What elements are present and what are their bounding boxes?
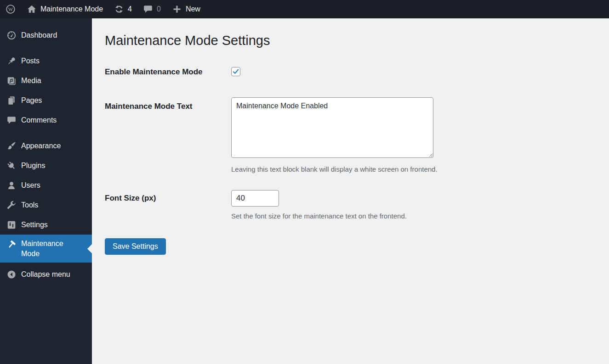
comments-bubble-icon <box>143 4 153 14</box>
paintbrush-icon <box>6 141 17 151</box>
admin-menu: Dashboard Posts Media <box>0 18 92 364</box>
sidebar-item-label: Posts <box>21 57 40 65</box>
collapse-menu-label: Collapse menu <box>21 270 70 279</box>
save-settings-button[interactable]: Save Settings <box>105 238 166 255</box>
home-icon <box>27 4 37 14</box>
sliders-icon <box>6 220 17 230</box>
sidebar-item-label: Comments <box>21 116 57 124</box>
comments-count: 0 <box>157 5 161 13</box>
dashboard-gauge-icon <box>6 30 17 40</box>
new-content-link[interactable]: New <box>166 0 206 18</box>
sidebar-item-label: Plugins <box>21 162 45 170</box>
font-size-row: Font Size (px) Set the font size for the… <box>105 190 598 220</box>
sidebar-item-label: Users <box>21 181 40 190</box>
wordpress-logo-menu[interactable]: W <box>0 0 21 18</box>
wordpress-logo-icon: W <box>6 4 16 14</box>
sidebar-item-pages[interactable]: Pages <box>0 90 92 110</box>
enable-maintenance-checkbox[interactable] <box>231 67 240 76</box>
sidebar-item-label: Tools <box>21 201 38 209</box>
font-size-label: Font Size (px) <box>105 190 231 203</box>
maintenance-text-textarea[interactable]: Maintenance Mode Enabled <box>231 97 433 158</box>
site-name-link[interactable]: Maintenance Mode <box>21 0 108 18</box>
svg-text:W: W <box>8 6 13 12</box>
page-title: Maintenance Mode Settings <box>105 32 598 49</box>
font-size-description: Set the font size for the maintenance te… <box>231 212 407 220</box>
update-icon <box>114 4 124 14</box>
sidebar-item-media[interactable]: Media <box>0 71 92 90</box>
pages-icon <box>6 95 17 106</box>
pushpin-icon <box>6 56 17 66</box>
sidebar-item-label: Maintenance Mode <box>21 239 75 258</box>
comment-bubble-icon <box>6 115 17 125</box>
font-size-input[interactable] <box>231 190 279 207</box>
new-label: New <box>186 5 200 13</box>
sidebar-item-maintenance-mode[interactable]: Maintenance Mode <box>0 235 92 263</box>
enable-maintenance-label: Enable Maintenance Mode <box>105 67 231 77</box>
collapse-menu-button[interactable]: Collapse menu <box>0 264 92 284</box>
sidebar-item-plugins[interactable]: Plugins <box>0 156 92 175</box>
settings-form: Enable Maintenance Mode Maintenance Mode… <box>105 67 598 220</box>
media-note-icon <box>6 76 17 86</box>
wrench-icon <box>6 200 17 210</box>
maintenance-text-row: Maintenance Mode Text Maintenance Mode E… <box>105 97 598 173</box>
plug-icon <box>6 161 17 171</box>
sidebar-item-label: Appearance <box>21 142 61 150</box>
sidebar-item-users[interactable]: Users <box>0 175 92 195</box>
updates-count: 4 <box>128 5 132 13</box>
sidebar-item-label: Dashboard <box>21 31 57 39</box>
sidebar-item-appearance[interactable]: Appearance <box>0 136 92 156</box>
sidebar-item-dashboard[interactable]: Dashboard <box>0 25 92 45</box>
sidebar-item-label: Media <box>21 77 41 85</box>
sidebar-item-posts[interactable]: Posts <box>0 51 92 71</box>
sidebar-item-tools[interactable]: Tools <box>0 195 92 215</box>
settings-page: Maintenance Mode Settings Enable Mainten… <box>92 18 609 364</box>
checkmark-icon <box>232 68 239 75</box>
comments-link[interactable]: 0 <box>137 0 166 18</box>
user-icon <box>6 180 17 190</box>
maintenance-text-control: Maintenance Mode Enabled Leaving this te… <box>231 97 438 173</box>
font-size-control: Set the font size for the maintenance te… <box>231 190 407 220</box>
sidebar-item-label: Pages <box>21 96 42 105</box>
admin-bar: W Maintenance Mode 4 0 <box>0 0 609 18</box>
sidebar-item-settings[interactable]: Settings <box>0 215 92 235</box>
maintenance-text-label: Maintenance Mode Text <box>105 97 231 111</box>
sidebar-item-comments[interactable]: Comments <box>0 110 92 130</box>
sidebar-item-label: Settings <box>21 221 48 229</box>
enable-maintenance-row: Enable Maintenance Mode <box>105 67 598 77</box>
site-name-label: Maintenance Mode <box>40 5 103 13</box>
maintenance-text-description: Leaving this text block blank will displ… <box>231 165 438 173</box>
collapse-arrow-icon <box>6 269 17 280</box>
updates-link[interactable]: 4 <box>108 0 137 18</box>
hammer-icon <box>6 240 17 250</box>
plus-icon <box>172 4 182 14</box>
